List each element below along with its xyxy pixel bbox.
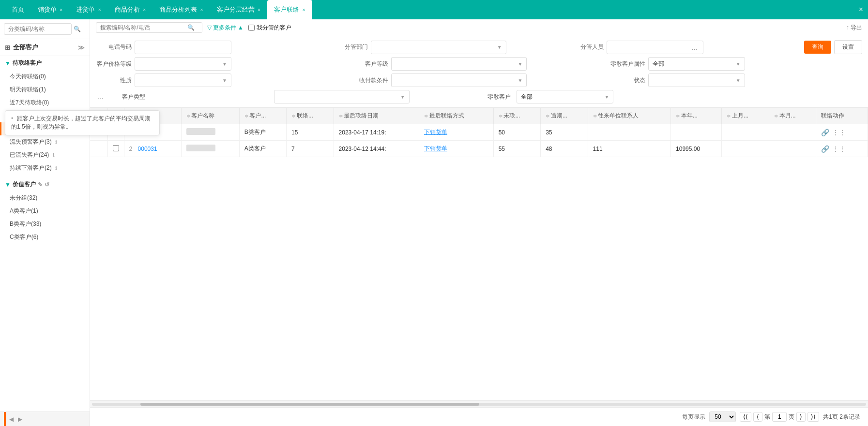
nav-close-purchase[interactable]: × [98, 7, 101, 13]
sidebar-value-title[interactable]: ▼ 价值客户 ✎ ↺ [0, 177, 90, 191]
sidebar-item-churn-warning[interactable]: 流失预警客户(3) ℹ [0, 135, 90, 148]
row-checkbox[interactable] [113, 145, 119, 151]
th-last-method[interactable]: 最后联络方式 [419, 108, 493, 124]
row-action: 🔗 ⋮⋮ [816, 141, 868, 157]
total-records-label: 共1页 2条记录 [823, 413, 860, 421]
th-level[interactable]: 客户... [239, 108, 286, 124]
sidebar-search-input[interactable] [4, 23, 72, 35]
page-next-button[interactable]: ⟩ [796, 412, 806, 422]
price-level-chevron-icon: ▼ [222, 61, 227, 67]
th-last-month[interactable]: 上月... [722, 108, 769, 124]
sidebar-item-today[interactable]: 今天待联络(0) [0, 70, 90, 83]
nav-close-sales[interactable]: × [60, 7, 62, 13]
sidebar-collapse-button[interactable]: ≫ [78, 44, 85, 51]
window-close-button[interactable]: × [859, 5, 863, 14]
nav-item-product-analysis[interactable]: 商品分析 × [108, 0, 152, 19]
nav-item-purchase[interactable]: 进货单 × [69, 0, 107, 19]
sidebar-all-customers-header[interactable]: ⊞ 全部客户 ≫ [0, 39, 90, 56]
person-dots-button[interactable]: ... [690, 44, 700, 51]
scroll-track[interactable] [92, 403, 866, 406]
customer-code[interactable]: 000031 [138, 146, 157, 152]
page-number-input[interactable] [772, 412, 787, 422]
filter-customer-level-label: 客户等级 [352, 60, 391, 68]
nav-item-sales[interactable]: 销货单 × [31, 0, 69, 19]
more-conditions-button[interactable]: ▽ 更多条件 ▲ [207, 24, 244, 32]
edit-icon[interactable]: ✎ [38, 181, 43, 188]
data-table: ⚙ 客户编码 客户名称 客户... [90, 108, 868, 157]
sidebar-item-churned[interactable]: 已流失客户(24) ℹ [0, 148, 90, 162]
filter-customer-type-select[interactable]: ▼ [274, 90, 410, 103]
action-link-icon[interactable]: 🔗 [821, 145, 829, 153]
my-customers-checkbox[interactable] [248, 25, 255, 31]
last-method-link[interactable]: 下销货单 [424, 129, 447, 135]
action-more-icon[interactable]: ⋮⋮ [832, 145, 846, 153]
filter-gender-select[interactable]: ▼ [135, 73, 231, 87]
nav-item-home[interactable]: 首页 [5, 0, 31, 19]
nav-close-product-list[interactable]: × [200, 7, 203, 13]
export-button[interactable]: ↑ 导出 [846, 24, 862, 32]
main-search-icon[interactable]: 🔍 [187, 24, 195, 31]
action-link-icon[interactable]: 🔗 [821, 129, 829, 136]
th-contact-person[interactable]: 往来单位联系人 [588, 108, 671, 124]
sidebar-item-class-b[interactable]: B类客户(33) [0, 218, 90, 231]
row-index-code: 2 000031 [124, 141, 181, 157]
sidebar-item-class-a[interactable]: A类客户(1) [0, 205, 90, 218]
last-method-link[interactable]: 下销货单 [424, 145, 447, 152]
th-overdue[interactable]: 逾期... [541, 108, 588, 124]
th-unlisted[interactable]: 未联... [493, 108, 540, 124]
filter-phone-input[interactable] [135, 41, 231, 54]
filter-retail-attr-field: 零散客户属性 全部 ▼ [609, 57, 862, 71]
th-name[interactable]: 客户名称 [181, 108, 239, 124]
th-contact-count[interactable]: 联络... [287, 108, 334, 124]
nav-close-product-analysis[interactable]: × [143, 7, 146, 13]
nav-close-customer-contact[interactable]: × [302, 7, 305, 13]
sidebar-item-class-c[interactable]: C类客户(6) [0, 231, 90, 244]
action-more-icon[interactable]: ⋮⋮ [832, 129, 846, 136]
more-filter-dots[interactable]: ... [96, 93, 106, 101]
scroll-thumb[interactable] [140, 403, 479, 406]
sidebar-content: ⊞ 全部客户 ≫ ▼ 待联络客户 今天待联络(0) 明天待联络(1) 近7天待联… [0, 39, 90, 411]
row-overdue: 35 [541, 124, 588, 141]
sidebar-search-icon[interactable]: 🔍 [74, 26, 81, 32]
customer-name-blurred [186, 145, 215, 151]
filter-payment-select[interactable]: ▼ [391, 73, 527, 87]
value-arrow-icon: ▼ [5, 181, 11, 188]
horizontal-scrollbar[interactable] [90, 400, 868, 407]
info-icon-churn-warning: ℹ [55, 139, 57, 145]
per-page-select[interactable]: 50 20 100 [709, 411, 736, 422]
filter-phone-label: 电话号码 [96, 43, 135, 51]
page-label: 第 [764, 413, 770, 421]
filter-person-select[interactable]: ... [607, 41, 703, 54]
th-last-date[interactable]: 最后联络日期 [334, 108, 419, 124]
row-level: B类客户 [239, 124, 286, 141]
page-last-button[interactable]: ⟩⟩ [807, 412, 819, 422]
page-prev-button[interactable]: ⟨ [753, 412, 762, 422]
filter-retail-customer-label: 零散客户 [487, 93, 517, 101]
filter-customer-level-select[interactable]: ▼ [391, 57, 527, 71]
th-current-year[interactable]: 本年... [671, 108, 722, 124]
nav-item-customer-tier[interactable]: 客户分层经营 × [210, 0, 267, 19]
sidebar-item-tomorrow[interactable]: 明天待联络(1) [0, 83, 90, 96]
query-button[interactable]: 查询 [804, 41, 831, 54]
sidebar-nav-left[interactable]: ◀ [8, 416, 15, 423]
nav-item-product-list[interactable]: 商品分析列表 × [152, 0, 210, 19]
page-first-button[interactable]: ⟨⟨ [740, 412, 751, 422]
filter-retail-attr-select[interactable]: 全部 ▼ [648, 57, 745, 71]
filter-price-level-select[interactable]: ▼ [135, 57, 231, 71]
sidebar-pending-title[interactable]: ▼ 待联络客户 [0, 56, 90, 70]
nav-close-customer-tier[interactable]: × [258, 7, 260, 13]
nav-item-customer-contact[interactable]: 客户联络 × [267, 0, 312, 19]
filter-retail-customer-select[interactable]: 全部 ▼ [517, 90, 613, 103]
filter-dept-select[interactable]: ▼ [371, 41, 506, 54]
settings-button[interactable]: 设置 [834, 40, 862, 54]
filter-status-select[interactable]: ▼ [648, 73, 745, 87]
sidebar-item-unclassified[interactable]: 未分组(32) [0, 191, 90, 205]
refresh-icon[interactable]: ↺ [45, 181, 49, 188]
sidebar-item-declining[interactable]: 持续下滑客户(2) ℹ [0, 162, 90, 175]
export-icon: ↑ [846, 24, 849, 31]
sidebar-nav-right[interactable]: ▶ [16, 416, 23, 423]
th-current-month[interactable]: 本月... [769, 108, 816, 124]
sidebar-item-7days[interactable]: 近7天待联络(0) [0, 96, 90, 109]
row-last-date: 2023-04-17 14:19: [334, 124, 419, 141]
main-search-input[interactable] [100, 24, 187, 31]
